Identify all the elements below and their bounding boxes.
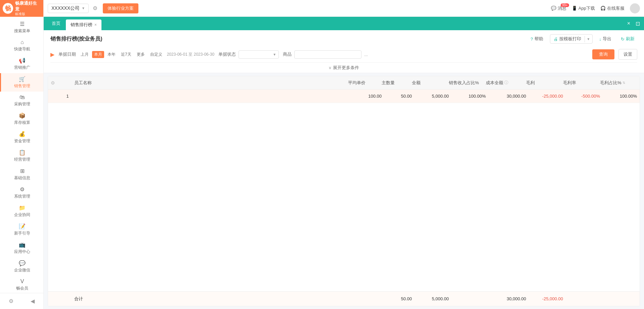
sidebar-nav: ☰ 搜索菜单 ⌂ 快捷导航 📢 营销推广 🛒 销售管理 🛍 采购管理 📦 库存核… (0, 17, 43, 293)
sidebar-item-operations[interactable]: 📋 经营管理 (0, 147, 43, 165)
system-icon: ⚙ (20, 186, 25, 193)
enterprise-icon: 📁 (19, 205, 26, 211)
sidebar-item-label-guide: 新手引导 (14, 230, 30, 236)
trial-button[interactable]: 体验行业方案 (103, 3, 138, 13)
th-qty: 主数量 (382, 80, 412, 86)
date-btn-last-month[interactable]: 上月 (79, 51, 91, 58)
expand-more-row: ∨ 展开更多条件 (50, 62, 637, 73)
sales-icon: 🛒 (19, 76, 26, 82)
sidebar-item-system[interactable]: ⚙ 系统管理 (0, 184, 43, 202)
sidebar-item-label-sales: 销售管理 (14, 83, 30, 89)
tf-total-label: 合计 (74, 296, 348, 302)
member-icon: V (20, 278, 24, 285)
page-title: 销售排行榜(按业务员) (50, 36, 102, 43)
sidebar-item-quick-nav[interactable]: ⌂ 快捷导航 (0, 37, 43, 55)
expand-arrow-btn[interactable]: ▶ (50, 51, 54, 58)
sidebar-settings-btn[interactable]: ⚙ (7, 297, 15, 306)
print-label: 按模板打印 (559, 36, 581, 42)
th-cost: 成本全额 ⓘ (486, 80, 526, 86)
tf-amount: 5,000.00 (412, 296, 449, 301)
purchase-icon: 🛍 (19, 94, 25, 100)
th-name: 员工名称 (74, 80, 348, 86)
tab-close-all-btn[interactable]: × (626, 19, 632, 28)
profit-pct-sort-icon[interactable]: ⇅ (622, 81, 625, 85)
online-support-label: 在线客服 (607, 5, 625, 11)
app-download-btn[interactable]: 📱 App下载 (572, 5, 595, 11)
goods-more-btn[interactable]: ... (364, 52, 368, 57)
goods-input[interactable] (294, 50, 361, 59)
refresh-label: 刷新 (626, 36, 635, 42)
cost-info-icon[interactable]: ⓘ (504, 80, 508, 86)
help-btn[interactable]: ? 帮助 (528, 35, 546, 43)
company-dropdown-arrow: ▼ (82, 6, 85, 10)
sidebar: 畅 畅康通好生意 标准版 ☰ 搜索菜单 ⌂ 快捷导航 📢 营销推广 🛒 销售管理… (0, 0, 44, 309)
quick-nav-icon: ⌂ (20, 39, 24, 45)
sidebar-logo: 畅 畅康通好生意 标准版 (0, 0, 43, 17)
company-selector[interactable]: XXXXXX公司 ▼ (48, 4, 89, 13)
sidebar-item-sales[interactable]: 🛒 销售管理 (0, 73, 43, 92)
refresh-btn[interactable]: ↻ 刷新 (618, 35, 637, 43)
topbar-settings-btn[interactable]: ⚙ (91, 4, 99, 13)
tab-restore-btn[interactable]: ⊡ (634, 19, 641, 28)
expand-more-label: 展开更多条件 (333, 65, 359, 71)
sidebar-item-basic-info[interactable]: ⊞ 基础信息 (0, 165, 43, 184)
sidebar-collapse-btn[interactable]: ◀ (29, 297, 36, 306)
sidebar-item-guide[interactable]: 📝 新手引导 (0, 220, 43, 239)
query-button[interactable]: 查询 (592, 49, 614, 59)
wechat-icon: 💬 (19, 260, 26, 266)
td-cost-0: 30,000.00 (486, 94, 526, 99)
status-select[interactable] (239, 50, 279, 59)
search-order-icon: ☰ (20, 21, 25, 27)
logo-subtitle: 标准版 (15, 12, 41, 16)
help-label: 帮助 (534, 36, 543, 42)
export-btn[interactable]: ↓ 导出 (597, 35, 614, 43)
date-btn-more[interactable]: 更多 (135, 51, 147, 58)
sidebar-item-apps[interactable]: 📺 应用中心 (0, 239, 43, 257)
sidebar-item-enterprise[interactable]: 📁 企业协同 (0, 202, 43, 220)
online-support-icon: 🎧 (600, 6, 606, 11)
message-badge: 99+ (561, 3, 569, 7)
status-select-wrapper: ▼ (239, 50, 279, 59)
sidebar-item-purchase[interactable]: 🛍 采购管理 (0, 92, 43, 110)
sidebar-item-member[interactable]: V 畅会员 (0, 276, 43, 293)
status-filter-group: 单据状态 ▼ (218, 50, 279, 59)
date-btn-this-month[interactable]: 本月 (92, 51, 104, 58)
td-sales-pct-0: 100.00% (449, 94, 486, 99)
td-profit-0: -25,000.00 (526, 94, 563, 99)
sidebar-item-wechat[interactable]: 💬 企业微信 (0, 257, 43, 276)
print-btn-group: 🖨 按模板打印 ▼ (550, 34, 593, 44)
date-btn-custom[interactable]: 自定义 (148, 51, 164, 58)
print-button[interactable]: 🖨 按模板打印 (550, 35, 585, 43)
table-settings-icon[interactable]: ⚙ (51, 80, 55, 86)
tab-home[interactable]: 首页 (46, 17, 66, 30)
sidebar-item-label-enterprise: 企业协同 (14, 212, 30, 218)
sidebar-item-marketing[interactable]: 📢 营销推广 (0, 55, 43, 73)
sidebar-item-label-quick: 快捷导航 (14, 46, 30, 52)
th-settings: ⚙ (51, 80, 61, 86)
message-btn[interactable]: 💬 消息 99+ (551, 5, 566, 11)
sidebar-item-label-member: 畅会员 (16, 286, 28, 291)
page-actions: ? 帮助 🖨 按模板打印 ▼ ↓ 导出 (528, 34, 637, 44)
page-settings-button[interactable]: 设置 (618, 49, 637, 60)
td-profit-pct-0: 100.00% (600, 94, 637, 99)
sidebar-item-finance[interactable]: 💰 资金管理 (0, 128, 43, 147)
topbar: XXXXXX公司 ▼ ⚙ 体验行业方案 💬 消息 99+ 📱 App下载 🎧 在… (44, 0, 644, 17)
sidebar-item-label-marketing: 营销推广 (14, 65, 30, 70)
sidebar-item-inventory[interactable]: 📦 库存核算 (0, 110, 43, 128)
marketing-icon: 📢 (19, 57, 26, 64)
apps-icon: 📺 (19, 242, 26, 248)
date-btn-this-year[interactable]: 本年 (105, 51, 118, 58)
date-btn-7days[interactable]: 近7天 (119, 51, 133, 58)
table-row: 1 100.00 50.00 5,000.00 100.00% 30,000.0… (48, 90, 640, 103)
tab-sales-rank[interactable]: 销售排行榜 × (66, 19, 101, 30)
tab-close-icon[interactable]: × (94, 22, 97, 27)
sidebar-item-label-finance: 资金管理 (14, 138, 30, 144)
tf-profit: -25,000.00 (526, 296, 563, 301)
print-dropdown-btn[interactable]: ▼ (585, 36, 592, 42)
expand-more-button[interactable]: ∨ 展开更多条件 (329, 65, 359, 71)
th-profit-label: 毛利 (526, 80, 535, 86)
sidebar-item-search-order[interactable]: ☰ 搜索菜单 (0, 18, 43, 37)
online-support-btn[interactable]: 🎧 在线客服 (600, 5, 625, 11)
tf-qty: 50.00 (382, 296, 412, 301)
user-avatar[interactable] (630, 3, 640, 13)
